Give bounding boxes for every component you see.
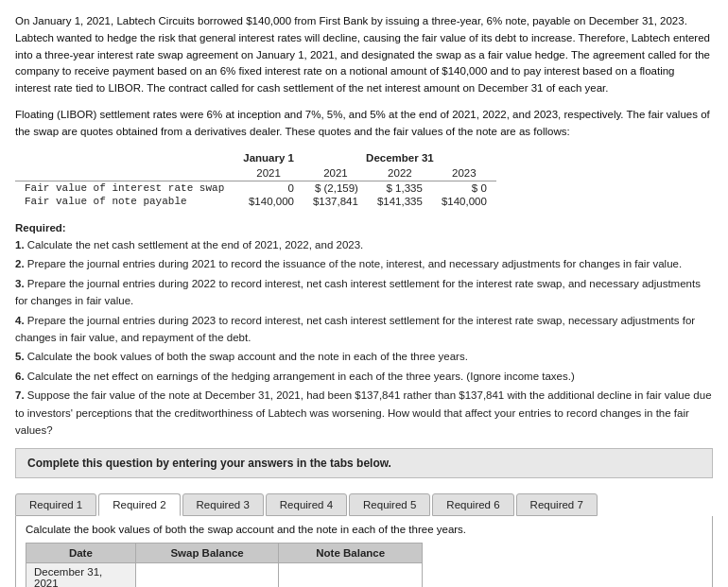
sub-col-dec2021: 2021: [303, 165, 368, 181]
col-header-dec: December 31: [303, 150, 496, 165]
answer-col-date: Date: [26, 544, 136, 563]
tab-required1[interactable]: Required 1: [15, 493, 96, 516]
row1-dec2023: $ 0: [432, 181, 496, 195]
row2-jan2021: $140,000: [234, 195, 303, 208]
sub-col-dec2022: 2022: [368, 165, 432, 181]
answer-col-swap: Swap Balance: [135, 544, 279, 563]
col-header-jan: January 1: [234, 150, 303, 165]
answer-row-1: December 31, 2021: [26, 563, 423, 587]
tab-required7[interactable]: Required 7: [516, 493, 598, 516]
intro-paragraph2: Floating (LIBOR) settlement rates were 6…: [15, 107, 713, 141]
required-item-7: 7. Suppose the fair value of the note at…: [15, 387, 713, 439]
tabs-row: Required 1 Required 2 Required 3 Require…: [15, 488, 713, 516]
row2-label: Fair value of note payable: [15, 195, 234, 208]
tab-required3[interactable]: Required 3: [182, 493, 264, 516]
row2-dec2022: $141,335: [368, 195, 432, 208]
fair-value-table: January 1 December 31 2021 2021 2022 202…: [15, 150, 496, 208]
row1-dec2021: $ (2,159): [303, 181, 368, 195]
answer-note-1[interactable]: [279, 563, 423, 587]
tab-required2[interactable]: Required 2: [98, 493, 180, 516]
table-row: Fair value of note payable $140,000 $137…: [15, 195, 496, 208]
tab-required5[interactable]: Required 5: [349, 493, 430, 516]
tab-content: Calculate the book values of both the sw…: [15, 516, 713, 587]
table-row: Fair value of interest rate swap 0 $ (2,…: [15, 181, 496, 195]
row1-jan2021: 0: [234, 181, 303, 195]
required-section: Required: 1. Calculate the net cash sett…: [15, 219, 713, 440]
row2-dec2021: $137,841: [303, 195, 368, 208]
note-input-1[interactable]: [286, 572, 414, 583]
required-title: Required:: [15, 222, 66, 233]
tab-required4[interactable]: Required 4: [266, 493, 347, 516]
complete-box: Complete this question by entering your …: [15, 448, 713, 478]
required-item-6: 6. Calculate the net effect on earnings …: [15, 368, 713, 385]
sub-col-jan2021: 2021: [234, 165, 303, 181]
answer-table: Date Swap Balance Note Balance December …: [26, 543, 423, 587]
required-item-3: 3. Prepare the journal entries during 20…: [15, 275, 713, 310]
required-item-4: 4. Prepare the journal entries during 20…: [15, 312, 713, 347]
row2-dec2023: $140,000: [432, 195, 496, 208]
required-item-5: 5. Calculate the book values of both the…: [15, 348, 713, 365]
tab-required6[interactable]: Required 6: [432, 493, 513, 516]
row1-dec2022: $ 1,335: [368, 181, 432, 195]
sub-col-dec2023: 2023: [432, 165, 496, 181]
tab5-question: Calculate the book values of both the sw…: [26, 524, 702, 535]
row1-label: Fair value of interest rate swap: [15, 181, 234, 195]
intro-paragraph1: On January 1, 2021, Labtech Circuits bor…: [15, 13, 713, 97]
swap-input-1[interactable]: [144, 572, 271, 583]
answer-swap-1[interactable]: [135, 563, 279, 587]
answer-col-note: Note Balance: [279, 544, 423, 563]
required-item-1: 1. Calculate the net cash settlement at …: [15, 236, 713, 253]
complete-title: Complete this question by entering your …: [27, 457, 391, 470]
required-item-2: 2. Prepare the journal entries during 20…: [15, 255, 713, 272]
answer-date-1: December 31, 2021: [26, 563, 136, 587]
